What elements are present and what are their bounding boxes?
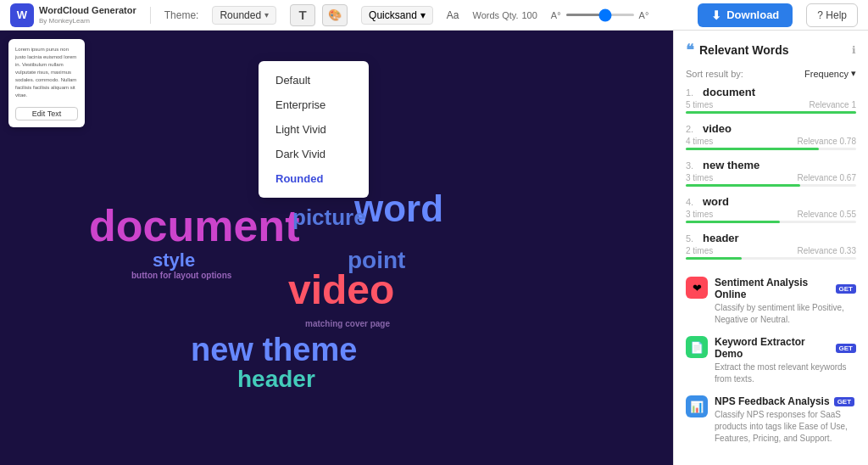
sort-selector[interactable]: Frequency ▾ — [804, 68, 856, 79]
promo-card-1[interactable]: 📄 Keyword Extractor Demo GET Extract the… — [686, 336, 856, 385]
promo-content: NPS Feedback Analysis GET Classify NPS r… — [715, 395, 856, 445]
word-name: header — [703, 232, 739, 244]
promo-desc: Classify by sentiment like Positive, Neg… — [715, 302, 856, 326]
wc-word-header: header — [237, 366, 315, 393]
word-list-item-1: 1. document 5 times Relevance 1 — [686, 86, 856, 114]
download-button[interactable]: ⬇ Download — [698, 3, 793, 27]
promo-title: Sentiment Analysis Online — [715, 277, 832, 300]
word-name: word — [703, 195, 729, 208]
word-list: 1. document 5 times Relevance 1 2. video… — [674, 86, 868, 268]
word-num: 2. — [686, 124, 698, 134]
promo-icon: 📄 — [686, 336, 708, 358]
words-qty-control: Words Qty. 100 — [473, 10, 537, 20]
promo-title: NPS Feedback Analysis — [715, 395, 830, 407]
word-num: 5. — [686, 233, 698, 244]
promo-desc: Classify NPS responses for SaaS products… — [715, 409, 856, 445]
main-area: Default Enterprise Light Vivid Dark Vivi… — [0, 31, 868, 465]
wc-word-matching: matching cover page — [305, 319, 390, 328]
app-header: W WordCloud Generator By MonkeyLearn The… — [0, 0, 868, 31]
word-bar-fill — [686, 184, 800, 187]
paint-tool-button[interactable]: 🎨 — [322, 4, 348, 26]
app-title: WordCloud Generator — [39, 5, 136, 16]
wc-word-point: point — [348, 247, 405, 274]
wc-word-picture: picture — [292, 204, 366, 231]
logo-text: WordCloud Generator By MonkeyLearn — [39, 5, 136, 24]
word-bar-bg — [686, 184, 856, 187]
info-icon[interactable]: ℹ — [852, 44, 856, 56]
theme-option-enterprise[interactable]: Enterprise — [259, 92, 369, 117]
promo-badge: GET — [836, 284, 856, 294]
help-label: ? Help — [817, 9, 847, 21]
word-relevance: Relevance 0.67 — [798, 173, 857, 182]
wc-word-button-layout: button for layout options — [131, 271, 231, 280]
promo-card-2[interactable]: 📊 NPS Feedback Analysis GET Classify NPS… — [686, 395, 856, 445]
theme-option-light-vivid[interactable]: Light Vivid — [259, 117, 369, 142]
promo-title: Keyword Extractor Demo — [715, 336, 832, 360]
word-freq: 3 times — [686, 173, 713, 182]
quote-icon: ❝ — [686, 41, 694, 59]
word-relevance: Relevance 1 — [809, 100, 856, 109]
logo-icon: W — [10, 3, 34, 27]
theme-option-default[interactable]: Default — [259, 68, 369, 92]
download-label: Download — [726, 8, 779, 21]
word-freq: 5 times — [686, 100, 713, 109]
sort-label: Sort result by: — [686, 69, 743, 79]
word-name: document — [703, 86, 755, 98]
word-list-item-3: 3. new theme 3 times Relevance 0.67 — [686, 159, 856, 187]
sidebar-header: ❝ Relevant Words ℹ — [674, 31, 868, 64]
sort-chevron-icon: ▾ — [851, 68, 856, 79]
wc-word-document: document — [89, 200, 299, 251]
sidebar-title: Relevant Words — [699, 43, 847, 57]
promo-content: Sentiment Analysis Online GET Classify b… — [715, 277, 856, 326]
word-bar-bg — [686, 221, 856, 223]
word-bar-fill — [686, 148, 819, 150]
word-num: 1. — [686, 87, 698, 98]
sort-row: Sort result by: Frequency ▾ — [674, 64, 868, 86]
words-qty-label: Words Qty. — [473, 10, 519, 20]
word-relevance: Relevance 0.78 — [798, 137, 857, 146]
theme-dropdown: Default Enterprise Light Vivid Dark Vivi… — [259, 61, 369, 198]
word-bar-bg — [686, 148, 856, 150]
size-slider[interactable] — [566, 14, 634, 16]
word-name: video — [703, 122, 732, 135]
font-value: Quicksand — [369, 9, 417, 21]
promo-card-0[interactable]: ❤ Sentiment Analysis Online GET Classify… — [686, 277, 856, 326]
word-num: 3. — [686, 160, 698, 171]
promo-content: Keyword Extractor Demo GET Extract the m… — [715, 336, 856, 385]
theme-option-rounded[interactable]: Rounded — [259, 166, 369, 191]
logo: W WordCloud Generator By MonkeyLearn — [10, 3, 136, 27]
chevron-down-icon: ▾ — [264, 10, 269, 20]
canvas-area[interactable]: Default Enterprise Light Vivid Dark Vivi… — [0, 31, 673, 465]
header-sep — [150, 7, 151, 24]
word-freq: 3 times — [686, 210, 713, 219]
help-button[interactable]: ? Help — [806, 3, 858, 27]
promo-badge: GET — [834, 397, 854, 406]
word-relevance: Relevance 0.33 — [798, 246, 857, 255]
word-name: new theme — [703, 159, 760, 171]
wc-word-new-theme: new theme — [191, 332, 357, 368]
font-aa-label: Aa — [447, 9, 459, 21]
app-subtitle: By MonkeyLearn — [39, 17, 136, 25]
word-freq: 2 times — [686, 246, 713, 255]
theme-value: Rounded — [220, 9, 261, 21]
download-icon: ⬇ — [711, 8, 721, 22]
font-selector[interactable]: Quicksand ▾ — [361, 6, 433, 25]
sort-value: Frequency — [804, 69, 849, 79]
word-bar-fill — [686, 257, 742, 260]
sidebar: ❝ Relevant Words ℹ Sort result by: Frequ… — [673, 31, 868, 465]
theme-label: Theme: — [164, 9, 199, 21]
promo-desc: Extract the most relevant keywords from … — [715, 361, 856, 385]
words-qty-value: 100 — [522, 10, 537, 20]
word-num: 4. — [686, 197, 698, 207]
size-max-label: A° — [639, 10, 649, 20]
theme-selector[interactable]: Rounded ▾ — [212, 6, 276, 25]
promo-icon: ❤ — [686, 277, 708, 299]
theme-option-dark-vivid[interactable]: Dark Vivid — [259, 142, 369, 166]
word-bar-fill — [686, 221, 780, 223]
word-freq: 4 times — [686, 137, 713, 146]
text-tool-button[interactable]: T — [290, 4, 315, 26]
size-slider-wrap: A° A° — [551, 10, 649, 20]
size-min-label: A° — [551, 10, 561, 20]
wc-word-style: style — [153, 249, 195, 272]
word-bar-fill — [686, 111, 856, 114]
